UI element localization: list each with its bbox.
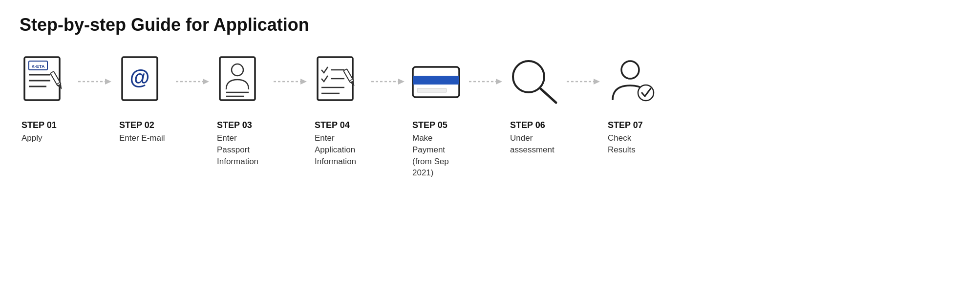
- step-03: STEP 03 EnterPassportInformation: [215, 55, 313, 167]
- svg-rect-32: [413, 76, 459, 85]
- step-05-label: STEP 05 MakePayment(from Sep2021): [410, 120, 449, 179]
- step-01-name: Apply: [21, 132, 57, 144]
- step-06-label: STEP 06 Underassessment: [508, 120, 554, 156]
- step-07: STEP 07 CheckResults: [606, 55, 703, 156]
- step-05-number: STEP 05: [412, 120, 449, 130]
- arrow-05: [464, 74, 508, 89]
- svg-point-41: [638, 85, 654, 101]
- step-01-number: STEP 01: [21, 120, 57, 130]
- step-04-label: STEP 04 EnterApplicationInformation: [313, 120, 356, 167]
- step-07-icon: [606, 55, 660, 108]
- step-05-icon: [410, 55, 464, 108]
- arrow-06: [562, 74, 606, 89]
- svg-point-40: [621, 61, 639, 79]
- arrow-02: [171, 74, 215, 89]
- step-03-label: STEP 03 EnterPassportInformation: [215, 120, 258, 167]
- step-04-number: STEP 04: [315, 120, 356, 130]
- step-06-icon: [508, 55, 562, 108]
- step-02-number: STEP 02: [119, 120, 165, 130]
- step-03-icon: [215, 55, 269, 108]
- step-03-name: EnterPassportInformation: [217, 132, 258, 167]
- step-01-icon: K-ETA: [20, 55, 73, 108]
- step-07-label: STEP 07 CheckResults: [606, 120, 643, 156]
- step-06-name: Underassessment: [510, 132, 554, 156]
- step-06: STEP 06 Underassessment: [508, 55, 606, 156]
- arrow-04: [366, 74, 410, 89]
- step-04: STEP 04 EnterApplicationInformation: [313, 55, 410, 167]
- step-01: K-ETA: [20, 55, 117, 144]
- step-07-number: STEP 07: [608, 120, 643, 130]
- svg-text:K-ETA: K-ETA: [32, 64, 45, 69]
- arrow-01: [73, 74, 117, 89]
- step-03-number: STEP 03: [217, 120, 258, 130]
- step-05-name: MakePayment(from Sep2021): [412, 132, 449, 179]
- step-02-name: Enter E-mail: [119, 132, 165, 144]
- step-04-icon: [313, 55, 366, 108]
- svg-marker-14: [203, 79, 209, 85]
- step-02: @ STEP 02 Enter E-mail: [117, 55, 215, 144]
- step-04-name: EnterApplicationInformation: [315, 132, 356, 167]
- step-02-label: STEP 02 Enter E-mail: [117, 120, 165, 144]
- page-title: Step-by-step Guide for Application: [20, 15, 960, 35]
- step-02-icon: @: [117, 55, 171, 108]
- svg-marker-35: [496, 79, 502, 85]
- svg-rect-33: [417, 88, 447, 92]
- svg-marker-20: [300, 79, 307, 85]
- step-07-name: CheckResults: [608, 132, 643, 156]
- step-01-label: STEP 01 Apply: [20, 120, 57, 144]
- svg-marker-10: [105, 79, 111, 85]
- step-06-number: STEP 06: [510, 120, 554, 130]
- arrow-03: [269, 74, 313, 89]
- steps-container: K-ETA: [20, 55, 960, 179]
- step-05: STEP 05 MakePayment(from Sep2021): [410, 55, 508, 179]
- svg-text:@: @: [130, 66, 150, 89]
- svg-marker-30: [398, 79, 405, 85]
- svg-marker-39: [594, 79, 600, 85]
- svg-line-37: [540, 88, 556, 103]
